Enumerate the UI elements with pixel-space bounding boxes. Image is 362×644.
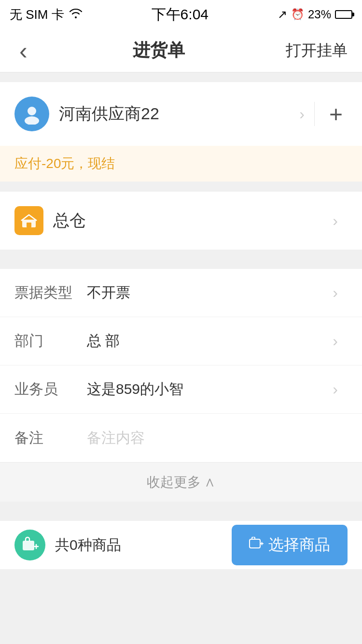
supplier-avatar (14, 97, 49, 131)
remark-input[interactable]: 备注内容 (82, 428, 348, 448)
invoice-chevron-icon: › (333, 284, 338, 302)
collapse-row[interactable]: 收起更多 ∧ (0, 463, 362, 502)
supplier-divider (314, 102, 315, 126)
status-left: 无 SIM 卡 (10, 6, 83, 23)
status-time: 下午6:04 (152, 5, 209, 25)
bottom-bar: 共0种商品 选择商品 (0, 521, 362, 569)
form-section: 票据类型 不开票 › 部门 总 部 › 业务员 这是859的小智 › 备注 备注… (0, 269, 362, 462)
invoice-row[interactable]: 票据类型 不开票 › (0, 269, 362, 317)
dept-row[interactable]: 部门 总 部 › (0, 317, 362, 365)
notice-text: 应付-20元，现结 (14, 156, 115, 171)
remark-row[interactable]: 备注 备注内容 (0, 414, 362, 462)
empty-space (0, 569, 362, 644)
svg-point-0 (28, 107, 36, 115)
supplier-name: 河南供应商22 (59, 103, 299, 125)
location-icon: ↗ (278, 8, 287, 21)
salesman-chevron-icon: › (333, 380, 338, 398)
salesman-row[interactable]: 业务员 这是859的小智 › (0, 365, 362, 414)
battery-icon (335, 10, 352, 19)
warehouse-icon (14, 206, 43, 235)
invoice-label: 票据类型 (14, 283, 82, 303)
warehouse-chevron-icon: › (333, 212, 338, 230)
supplier-section: 河南供应商22 › + 应付-20元，现结 (0, 82, 362, 182)
warehouse-section: 总仓 › (0, 191, 362, 250)
section-gap-2 (0, 182, 362, 191)
nav-bar: ‹ 进货单 打开挂单 (0, 29, 362, 72)
supplier-row[interactable]: 河南供应商22 › + (0, 82, 362, 146)
carrier-label: 无 SIM 卡 (10, 6, 64, 23)
select-product-icon (249, 537, 264, 554)
section-gap-3 (0, 250, 362, 259)
open-pending-button[interactable]: 打开挂单 (286, 40, 348, 61)
supplier-chevron-icon: › (299, 105, 305, 123)
invoice-value: 不开票 (82, 283, 333, 303)
notice-bar: 应付-20元，现结 (0, 146, 362, 182)
warehouse-row[interactable]: 总仓 › (0, 191, 362, 250)
product-count: 共0种商品 (55, 535, 232, 555)
salesman-label: 业务员 (14, 379, 82, 399)
section-gap-1 (0, 72, 362, 82)
collapse-label: 收起更多 ∧ (147, 473, 216, 491)
add-supplier-button[interactable]: + (324, 101, 348, 127)
product-icon (14, 530, 45, 560)
main-content: 河南供应商22 › + 应付-20元，现结 总仓 › 票据类 (0, 72, 362, 644)
svg-point-1 (25, 116, 39, 125)
svg-rect-4 (23, 541, 34, 550)
remark-label: 备注 (14, 428, 82, 448)
select-product-button[interactable]: 选择商品 (232, 525, 348, 565)
wifi-icon (69, 7, 83, 22)
alarm-icon: ⏰ (291, 8, 304, 21)
dept-value: 总 部 (82, 331, 333, 351)
status-right: ↗ ⏰ 23% (278, 8, 352, 21)
dept-label: 部门 (14, 331, 82, 351)
select-product-label: 选择商品 (268, 534, 330, 556)
svg-rect-3 (27, 223, 31, 227)
battery-percent: 23% (308, 8, 331, 21)
status-bar: 无 SIM 卡 下午6:04 ↗ ⏰ 23% (0, 0, 362, 29)
back-button[interactable]: ‹ (14, 32, 32, 70)
svg-rect-5 (250, 539, 260, 548)
salesman-value: 这是859的小智 (82, 379, 333, 399)
section-gap-4 (0, 502, 362, 511)
dept-chevron-icon: › (333, 332, 338, 350)
page-title: 进货单 (133, 39, 185, 62)
warehouse-name: 总仓 (53, 210, 333, 232)
